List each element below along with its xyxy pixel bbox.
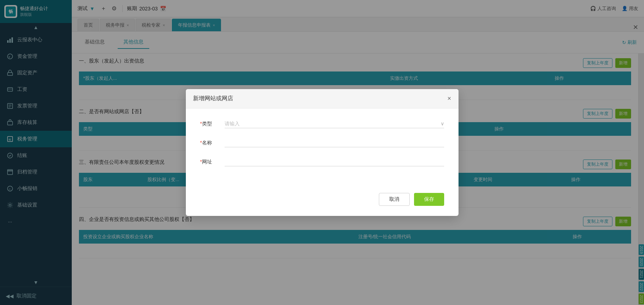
url-input-wrap bbox=[225, 157, 444, 166]
dialog-footer: 取消 保存 bbox=[186, 187, 459, 216]
type-dropdown-arrow[interactable]: ∨ bbox=[441, 121, 444, 126]
form-field-name: *名称 bbox=[200, 138, 444, 147]
dialog-body: *类型 ∨ *名称 *网址 bbox=[186, 108, 459, 187]
url-label: *网址 bbox=[200, 159, 222, 165]
dialog-add-website: 新增网站或网店 × *类型 ∨ *名称 bbox=[186, 89, 459, 216]
dialog-title: 新增网站或网店 bbox=[193, 95, 233, 102]
name-required-mark: * bbox=[200, 140, 202, 145]
dialog-close-btn[interactable]: × bbox=[447, 95, 451, 102]
type-input-wrap: ∨ bbox=[225, 119, 444, 128]
cancel-btn[interactable]: 取消 bbox=[379, 193, 410, 206]
type-label: *类型 bbox=[200, 121, 222, 127]
form-field-type: *类型 ∨ bbox=[200, 119, 444, 128]
dialog-overlay: 新增网站或网店 × *类型 ∨ *名称 bbox=[0, 0, 644, 305]
name-label: *名称 bbox=[200, 140, 222, 146]
type-required-mark: * bbox=[200, 121, 202, 126]
url-input[interactable] bbox=[225, 159, 444, 165]
name-input-wrap bbox=[225, 138, 444, 147]
type-input[interactable] bbox=[225, 121, 441, 126]
form-field-url: *网址 bbox=[200, 157, 444, 166]
dialog-header: 新增网站或网店 × bbox=[186, 89, 459, 108]
url-required-mark: * bbox=[200, 159, 202, 165]
save-btn[interactable]: 保存 bbox=[414, 193, 444, 206]
name-input[interactable] bbox=[225, 140, 444, 145]
